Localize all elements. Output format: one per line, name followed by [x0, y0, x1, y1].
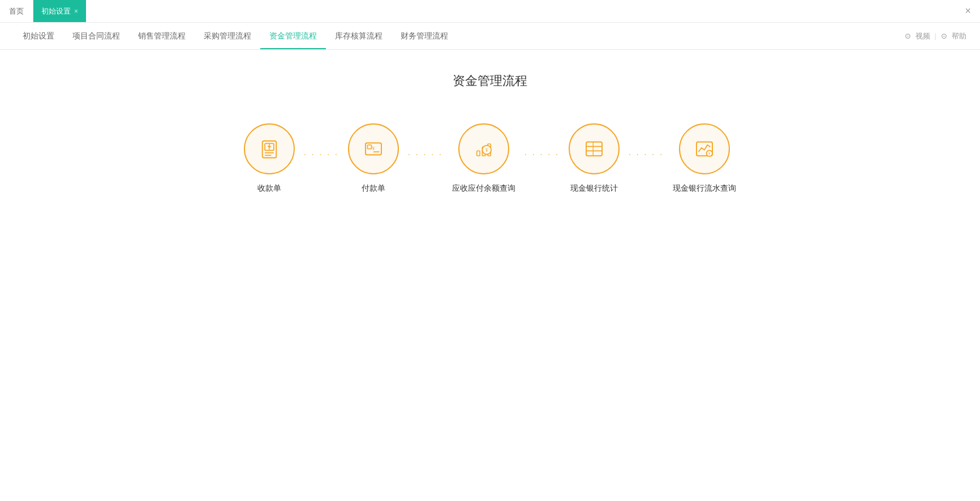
nav-item-purchase-mgmt[interactable]: 采购管理流程	[195, 23, 260, 49]
nav-label-sales-mgmt: 销售管理流程	[138, 31, 186, 41]
flow-circle-bank-flow: ¥	[679, 123, 730, 174]
main-content: 资金管理流程 ¥ 收款单 · · · · ·	[0, 50, 980, 501]
payment-icon: ¥	[362, 137, 385, 161]
flow-connector-1: · · · · ·	[295, 149, 348, 159]
home-tab[interactable]: 首页	[0, 0, 33, 22]
circle-play-icon: ⊙	[905, 32, 911, 40]
active-tab-label: 初始设置	[41, 6, 71, 16]
flow-circle-ar-ap: ¥	[458, 123, 509, 174]
svg-text:¥: ¥	[485, 147, 488, 153]
flow-circle-bank-stats	[569, 123, 620, 174]
flow-connector-3: · · · · ·	[515, 149, 569, 159]
nav-item-initial-setup[interactable]: 初始设置	[14, 23, 63, 49]
svg-text:¥: ¥	[372, 145, 375, 151]
bank-stats-icon	[582, 137, 606, 161]
flow-circle-receipt: ¥	[244, 123, 295, 174]
nav-right: ⊙ 视频 | ⊙ 帮助	[905, 31, 966, 41]
page-title: 资金管理流程	[0, 72, 980, 89]
flow-container: ¥ 收款单 · · · · · ¥ 付款单	[0, 123, 980, 194]
flow-step-bank-flow[interactable]: ¥ 现金银行流水查询	[673, 123, 736, 194]
flow-connector-4: · · · · ·	[620, 149, 673, 159]
receipt-icon: ¥	[257, 137, 281, 161]
nav-label-initial-setup: 初始设置	[23, 31, 54, 41]
balance-icon: ¥	[472, 137, 496, 161]
flow-label-payment: 付款单	[362, 183, 385, 194]
flow-step-payment[interactable]: ¥ 付款单	[348, 123, 399, 194]
svg-rect-14	[586, 142, 602, 156]
nav-label-finance-mgmt: 财务管理流程	[401, 31, 448, 41]
nav-label-project-contract: 项目合同流程	[72, 31, 120, 41]
window-close-button[interactable]: ×	[965, 5, 971, 17]
tab-close-icon[interactable]: ×	[74, 7, 78, 15]
nav-item-sales-mgmt[interactable]: 销售管理流程	[129, 23, 195, 49]
nav-label-purchase-mgmt: 采购管理流程	[204, 31, 251, 41]
flow-label-receipt: 收款单	[257, 183, 281, 194]
home-label: 首页	[9, 6, 24, 16]
nav-item-capital-mgmt[interactable]: 资金管理流程	[260, 23, 326, 49]
nav-item-finance-mgmt[interactable]: 财务管理流程	[392, 23, 457, 49]
top-bar-right: ×	[953, 5, 980, 17]
flow-label-bank-flow: 现金银行流水查询	[673, 183, 736, 194]
bank-flow-icon: ¥	[693, 137, 716, 161]
nav-bar: 初始设置 项目合同流程 销售管理流程 采购管理流程 资金管理流程 库存核算流程 …	[0, 23, 980, 50]
video-label[interactable]: 视频	[915, 31, 930, 41]
active-tab[interactable]: 初始设置 ×	[33, 0, 86, 22]
nav-divider: |	[935, 32, 936, 40]
flow-circle-payment: ¥	[348, 123, 399, 174]
nav-item-inventory[interactable]: 库存核算流程	[326, 23, 392, 49]
top-bar: 首页 初始设置 × ×	[0, 0, 980, 23]
svg-rect-9	[477, 151, 480, 156]
flow-step-receipt[interactable]: ¥ 收款单	[244, 123, 295, 194]
nav-item-project-contract[interactable]: 项目合同流程	[63, 23, 129, 49]
flow-step-ar-ap[interactable]: ¥ 应收应付余额查询	[452, 123, 515, 194]
svg-rect-6	[367, 145, 371, 149]
nav-label-capital-mgmt: 资金管理流程	[269, 31, 317, 41]
flow-connector-2: · · · · ·	[399, 149, 452, 159]
nav-label-inventory: 库存核算流程	[335, 31, 382, 41]
flow-label-bank-stats: 现金银行统计	[570, 183, 618, 194]
flow-label-ar-ap: 应收应付余额查询	[452, 183, 515, 194]
circle-help-icon: ⊙	[941, 32, 947, 40]
help-label[interactable]: 帮助	[952, 31, 966, 41]
flow-step-bank-stats[interactable]: 现金银行统计	[569, 123, 620, 194]
